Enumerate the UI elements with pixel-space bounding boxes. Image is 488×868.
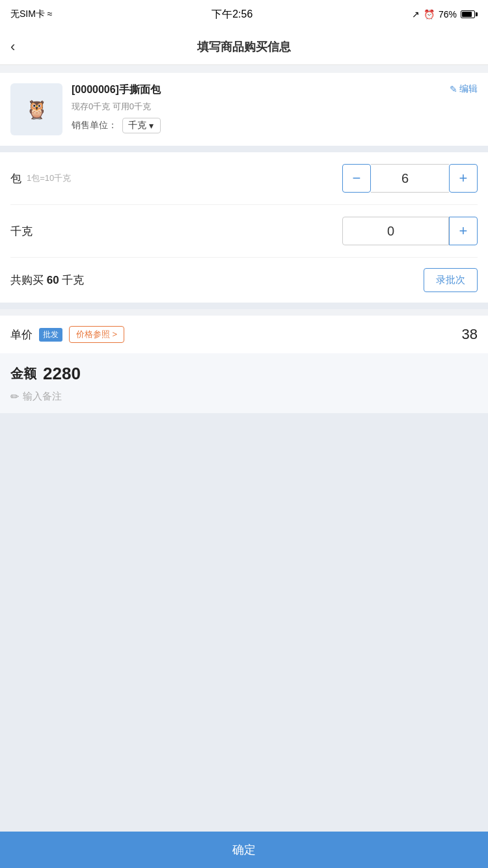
nav-bar: ‹ 填写商品购买信息 (0, 29, 488, 65)
separator-2 (0, 303, 488, 309)
package-qty-row: 包 1包=10千克 − + (10, 152, 478, 205)
package-minus-button[interactable]: − (342, 164, 371, 193)
product-thumbnail: 🦉 (10, 83, 62, 135)
amount-row: 金额 2280 (10, 364, 478, 384)
confirm-button[interactable]: 确定 (0, 832, 488, 868)
unit-label: 销售单位： (72, 120, 117, 131)
confirm-label: 确定 (232, 842, 256, 858)
total-section: 共购买 60 千克 录批次 (0, 258, 488, 303)
total-label: 共购买 60 千克 (10, 273, 84, 288)
alarm-icon: ⏰ (424, 9, 435, 20)
package-hint: 1包=10千克 (27, 172, 71, 184)
note-icon: ✏ (10, 390, 19, 403)
kg-label: 千克 (10, 224, 33, 239)
product-info: [0000006]手撕面包 ✎ 编辑 现存0千克 可用0千克 销售单位： 千克 … (72, 83, 478, 133)
total-label-text: 共购买 (10, 274, 44, 286)
status-left: 无SIM卡 ≈ (10, 8, 52, 20)
edit-icon: ✎ (450, 84, 457, 94)
package-label: 包 1包=10千克 (10, 171, 71, 186)
kg-qty-input[interactable] (342, 217, 449, 245)
content-filler (0, 413, 488, 832)
package-qty-control[interactable]: − + (342, 164, 478, 193)
unit-dropdown-icon: ▾ (149, 120, 154, 131)
kg-qty-row: 千克 + (10, 205, 478, 258)
page-title: 填写商品购买信息 (197, 39, 291, 55)
location-icon: ↗ (412, 9, 420, 20)
product-name-row: [0000006]手撕面包 ✎ 编辑 (72, 83, 478, 97)
product-stock: 现存0千克 可用0千克 (72, 101, 478, 113)
price-label: 单价 (10, 327, 33, 342)
note-row[interactable]: ✏ 输入备注 (10, 390, 478, 403)
product-card: 🦉 [0000006]手撕面包 ✎ 编辑 现存0千克 可用0千克 销售单位： 千… (0, 73, 488, 146)
kg-qty-control[interactable]: + (342, 217, 478, 245)
unit-selector[interactable]: 千克 ▾ (122, 118, 161, 133)
package-text: 包 (10, 171, 21, 186)
amount-label: 金额 (10, 365, 36, 383)
edit-label: 编辑 (459, 83, 478, 95)
price-section: 单价 批发 价格参照 > 38 (0, 316, 488, 353)
status-bar: 无SIM卡 ≈ 下午2:56 ↗ ⏰ 76% (0, 0, 488, 29)
sim-label: 无SIM卡 ≈ (10, 8, 52, 20)
package-qty-input[interactable] (371, 164, 449, 193)
price-value: 38 (462, 326, 478, 343)
product-name: [0000006]手撕面包 (72, 83, 161, 97)
back-button[interactable]: ‹ (10, 38, 15, 55)
battery-icon (461, 10, 478, 18)
status-right: ↗ ⏰ 76% (412, 9, 478, 20)
amount-value: 2280 (43, 364, 81, 384)
quantity-section: 包 1包=10千克 − + 千克 + (0, 152, 488, 258)
kg-plus-button[interactable]: + (449, 217, 478, 245)
product-unit-row: 销售单位： 千克 ▾ (72, 118, 478, 133)
price-row: 单价 批发 价格参照 > 38 (10, 326, 478, 343)
total-unit: 千克 (62, 274, 84, 286)
amount-section: 金额 2280 ✏ 输入备注 (0, 353, 488, 413)
price-ref-button[interactable]: 价格参照 > (69, 326, 124, 343)
price-batch-tag: 批发 (39, 328, 62, 342)
note-placeholder: 输入备注 (23, 390, 62, 403)
battery-percent: 76% (439, 9, 457, 20)
package-plus-button[interactable]: + (449, 164, 478, 193)
status-time: 下午2:56 (211, 8, 252, 21)
back-icon: ‹ (10, 38, 15, 55)
unit-value: 千克 (128, 120, 146, 131)
edit-button[interactable]: ✎ 编辑 (450, 83, 478, 95)
record-batch-button[interactable]: 录批次 (424, 268, 478, 292)
total-amount: 60 (47, 274, 59, 286)
product-logo: 🦉 (25, 99, 48, 120)
separator-1 (0, 146, 488, 152)
